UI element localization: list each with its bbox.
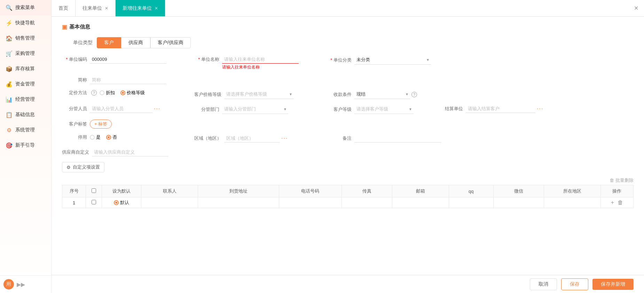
radio-discount-circle — [100, 90, 104, 95]
row-index: 1 — [62, 197, 86, 208]
col-email: 邮箱 — [392, 185, 449, 197]
save-new-button[interactable]: 保存并新增 — [592, 279, 634, 290]
batch-delete-btn[interactable]: 🗑 批量删除 — [62, 177, 634, 184]
remarks-input[interactable] — [354, 134, 441, 143]
department-select[interactable]: 请输入分管部门 ▾ — [222, 105, 288, 114]
payment-terms-label: 收款条件 — [327, 91, 354, 98]
chevron-down-icon3: ▾ — [406, 92, 408, 97]
sidebar-expand-icon[interactable]: ▶▶ — [17, 281, 25, 288]
sidebar-item-sales[interactable]: 🏠 销售管理 — [0, 31, 51, 46]
tab-new-partner[interactable]: 新增往来单位 ✕ — [116, 0, 165, 16]
home-icon: 🏠 — [6, 35, 13, 42]
main-close-btn[interactable]: ✕ — [628, 0, 644, 16]
sidebar-item-system[interactable]: ⚙ 系统管理 — [0, 122, 51, 138]
fax-input[interactable] — [355, 200, 379, 205]
pricing-discount[interactable]: 折扣 — [100, 90, 115, 96]
customer-price-field: 客户价格等级 请选择客户价格等级 ▾ — [194, 90, 327, 99]
tab-home[interactable]: 首页 — [52, 0, 76, 16]
box-icon: 📦 — [6, 65, 13, 72]
tab-new-partner-close[interactable]: ✕ — [155, 6, 158, 11]
row-actions: + 🗑 — [600, 197, 634, 208]
row-checkbox-cell — [86, 197, 102, 208]
unit-category-field: 单位分类 未分类 ▾ — [327, 55, 459, 65]
qq-input[interactable] — [461, 200, 481, 205]
sidebar-item-basic-info[interactable]: 📋 基础信息 — [0, 107, 51, 122]
custom-settings-button[interactable]: ⚙ 自定义项设置 — [62, 162, 104, 172]
radio-yes-circle — [90, 135, 95, 140]
manager-label: 分管人员 — [62, 106, 90, 112]
sidebar-item-quick-nav[interactable]: ⚡ 快捷导航 — [0, 15, 51, 31]
region-dots-icon[interactable]: ··· — [280, 135, 289, 141]
customer-price-placeholder: 请选择客户价格等级 — [226, 91, 267, 97]
row-region-input[interactable] — [558, 200, 586, 205]
add-tag-button[interactable]: + 标签 — [90, 120, 112, 129]
payment-terms-select[interactable]: 现结 ▾ — [354, 90, 410, 99]
contact-input[interactable] — [156, 200, 183, 205]
manager-input[interactable] — [90, 105, 152, 113]
row-region — [544, 197, 600, 208]
disabled-no[interactable]: 否 — [106, 134, 117, 140]
unit-name-input[interactable] — [222, 55, 299, 64]
tab-partner[interactable]: 往来单位 ✕ — [76, 0, 116, 16]
row-checkbox[interactable] — [92, 200, 96, 204]
row-fax — [341, 197, 392, 208]
sidebar-item-search[interactable]: 🔍 搜索菜单 — [0, 0, 51, 15]
pricing-price-level[interactable]: 价格等级 — [120, 90, 145, 96]
sidebar-item-operations[interactable]: 📊 经营管理 — [0, 92, 51, 107]
tab-partner-close[interactable]: ✕ — [105, 6, 108, 11]
sidebar-item-guide[interactable]: 🎯 新手引导 — [0, 138, 51, 153]
settlement-input[interactable] — [466, 105, 535, 113]
remarks-label: 备注 — [327, 135, 354, 141]
lightning-icon: ⚡ — [6, 19, 13, 26]
batch-delete-label: 批量删除 — [615, 178, 634, 183]
payment-help-icon[interactable]: ? — [411, 92, 417, 97]
unit-type-row: 单位类型 客户 供应商 客户/供应商 — [62, 37, 634, 48]
cancel-button[interactable]: 取消 — [530, 278, 557, 290]
unit-code-input[interactable] — [90, 55, 166, 64]
short-name-input[interactable] — [90, 76, 166, 84]
save-button[interactable]: 保存 — [561, 278, 588, 290]
add-tag-label: + 标签 — [94, 121, 107, 127]
col-default: 设为默认 — [102, 185, 141, 197]
unit-type-supplier[interactable]: 供应商 — [121, 37, 150, 48]
unit-name-field: 单位名称 — [194, 55, 327, 64]
clipboard-icon: 📋 — [6, 111, 13, 118]
email-input[interactable] — [407, 200, 434, 205]
unit-type-both[interactable]: 客户/供应商 — [150, 37, 191, 48]
manager-dots-icon[interactable]: ··· — [152, 106, 162, 112]
row-phone — [279, 197, 341, 208]
tab-bar: 首页 往来单位 ✕ 新增往来单位 ✕ ✕ — [52, 0, 644, 17]
row-delete-btn[interactable]: 🗑 — [616, 200, 624, 206]
row-qq — [449, 197, 493, 208]
disabled-yes[interactable]: 是 — [90, 134, 101, 140]
sidebar-item-inventory[interactable]: 📦 库存核算 — [0, 61, 51, 76]
unit-category-select[interactable]: 未分类 ▾ — [354, 55, 431, 65]
short-name-label: 简称 — [62, 77, 90, 83]
sidebar-item-finance[interactable]: 💰 资金管理 — [0, 76, 51, 92]
settlement-dots-icon[interactable]: ··· — [535, 106, 545, 112]
address-input[interactable] — [218, 200, 259, 205]
select-all-checkbox[interactable] — [92, 188, 96, 193]
row-add-btn[interactable]: + — [610, 200, 615, 206]
customer-level-select[interactable]: 请选择客户等级 ▾ — [354, 105, 414, 114]
phone-input[interactable] — [294, 200, 326, 205]
cart-icon: 🛒 — [6, 50, 13, 57]
contacts-table: 序号 设为默认 联系人 到货地址 电话号码 传真 邮箱 qq 微信 所在地区 操… — [62, 185, 634, 208]
unit-type-customer[interactable]: 客户 — [97, 37, 121, 48]
sidebar-item-purchase[interactable]: 🛒 采购管理 — [0, 46, 51, 61]
sidebar-item-label: 基础信息 — [15, 112, 35, 118]
sidebar-item-label: 销售管理 — [15, 35, 35, 41]
user-avatar: 用 — [3, 279, 14, 290]
chart-icon: 📊 — [6, 96, 13, 103]
region-input[interactable] — [224, 134, 280, 143]
wechat-input[interactable] — [506, 200, 531, 205]
supplier-custom-input[interactable] — [92, 148, 168, 156]
radio-no-circle — [106, 135, 111, 140]
customer-price-select[interactable]: 请选择客户价格等级 ▾ — [224, 90, 294, 99]
unit-category-value: 未分类 — [356, 57, 370, 63]
pricing-help-icon[interactable]: ? — [91, 90, 97, 96]
sidebar-item-label: 库存核算 — [15, 66, 35, 72]
settlement-label: 结算单位 — [438, 106, 466, 112]
unit-code-label: 单位编码 — [62, 56, 90, 63]
row-default-radio[interactable]: 默认 — [104, 200, 139, 206]
